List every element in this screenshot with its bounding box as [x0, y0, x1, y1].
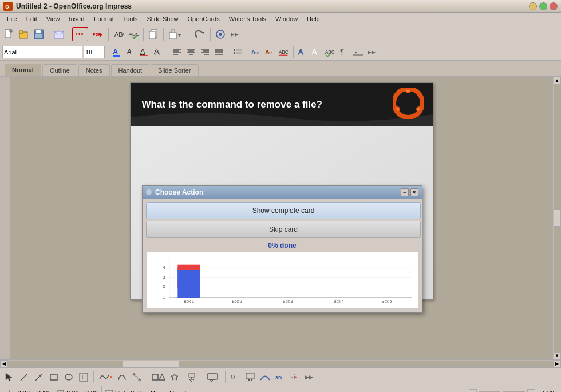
freehand-tool[interactable] [97, 370, 114, 384]
dialog-icon [146, 189, 152, 195]
char-a-outlined-button[interactable]: A [297, 46, 309, 58]
spellcheck-auto-button[interactable]: ABC [127, 27, 140, 41]
undo-button[interactable] [190, 27, 207, 41]
pdf-export-button[interactable]: PDF [72, 27, 88, 41]
dialog-title-text: Choose Action [155, 188, 203, 196]
app-icon: O [3, 2, 13, 11]
flowchart-tool[interactable] [187, 370, 204, 384]
navigator-button[interactable] [214, 27, 227, 41]
gallery-tool[interactable] [243, 370, 257, 384]
zoom-in-button[interactable]: + [527, 389, 535, 392]
menu-edit[interactable]: Edit [22, 14, 42, 23]
menu-view[interactable]: View [42, 14, 65, 23]
scroll-down-button[interactable]: ▼ [554, 352, 561, 359]
close-button[interactable] [550, 2, 558, 10]
font-size-input[interactable] [84, 46, 104, 58]
text-tool[interactable]: T [77, 370, 90, 384]
connector-tool[interactable] [130, 370, 144, 384]
zoom-out-button[interactable]: – [469, 389, 477, 392]
abc-underline-button[interactable]: ABC [278, 46, 290, 58]
svg-rect-7 [35, 34, 42, 38]
bezier-tool[interactable] [115, 370, 129, 384]
pdf-direct-button[interactable]: PDF [89, 27, 105, 41]
ellipse-tool[interactable] [62, 370, 76, 384]
menu-file[interactable]: File [2, 14, 22, 23]
svg-rect-114 [248, 379, 250, 381]
show-complete-button[interactable]: Show complete card [146, 202, 421, 219]
menu-insert[interactable]: Insert [64, 14, 89, 23]
menu-slideshow[interactable]: Slide Show [142, 14, 183, 23]
abc-check-button[interactable]: ABC [324, 46, 337, 58]
fmt-separator-5 [293, 46, 294, 58]
svg-text:A: A [154, 47, 159, 56]
char-format-button[interactable]: Abc [250, 46, 263, 58]
callout-tool[interactable] [205, 370, 222, 384]
dialog-close-button[interactable]: ✕ [410, 188, 418, 196]
h-scroll-thumb[interactable] [123, 361, 180, 367]
font-selector[interactable] [2, 46, 82, 58]
svg-rect-86 [177, 270, 200, 298]
draw-toolbar-overflow[interactable]: ▶▶ [305, 374, 313, 380]
char-format-b-button[interactable]: Abc [264, 46, 276, 58]
align-center-button[interactable] [185, 46, 197, 58]
tab-format-button[interactable] [351, 46, 364, 58]
tab-notes[interactable]: Notes [78, 64, 110, 76]
font-underline-button[interactable]: A [139, 46, 151, 58]
list-button[interactable] [231, 46, 244, 58]
menu-help[interactable]: Help [302, 14, 325, 23]
copy-button[interactable] [147, 27, 160, 41]
align-right-button[interactable] [199, 46, 211, 58]
horizontal-scrollbar[interactable]: ◀ ▶ [0, 359, 561, 367]
3d-tool[interactable]: 3D [273, 370, 287, 384]
email-button[interactable] [52, 27, 66, 41]
zoom-controls[interactable]: – + [465, 386, 539, 392]
shapes-tool[interactable] [150, 370, 167, 384]
open-button[interactable] [17, 27, 31, 41]
rectangle-tool[interactable] [47, 370, 61, 384]
menu-window[interactable]: Window [271, 14, 302, 23]
skip-card-button[interactable]: Skip card [146, 221, 421, 238]
scroll-up-button[interactable]: ▲ [554, 77, 561, 84]
line-tool[interactable] [17, 370, 31, 384]
menu-writerstools[interactable]: Writer's Tools [224, 14, 271, 23]
ubuntu-logo [393, 88, 424, 119]
scroll-left-button[interactable]: ◀ [0, 360, 8, 368]
menu-opencards[interactable]: OpenCards [183, 14, 224, 23]
char-a-shadow2-button[interactable]: AA [310, 46, 323, 58]
select-tool[interactable] [2, 370, 16, 384]
scroll-thumb[interactable] [554, 209, 561, 227]
save-button[interactable] [32, 27, 46, 41]
svg-rect-6 [36, 30, 41, 33]
spellcheck-button[interactable]: ABC~~~ [112, 27, 125, 41]
menu-format[interactable]: Format [89, 14, 118, 23]
separator-4 [143, 28, 144, 41]
dialog-minimize-button[interactable]: – [401, 188, 409, 196]
font-color-a-button[interactable]: A [111, 46, 124, 58]
align-left-button[interactable] [171, 46, 184, 58]
tab-normal[interactable]: Normal [5, 64, 41, 76]
justify-button[interactable] [212, 46, 225, 58]
maximize-button[interactable] [539, 2, 547, 10]
zoom-level: 51% [539, 386, 559, 392]
minimize-button[interactable] [529, 2, 537, 10]
paragraph-format-button[interactable]: ¶ [338, 46, 350, 58]
paste-button[interactable] [167, 27, 184, 41]
scroll-right-button[interactable]: ▶ [553, 360, 561, 368]
fmt-toolbar-overflow[interactable]: ▶▶ [368, 49, 376, 55]
arrow-tool[interactable] [32, 370, 46, 384]
tab-slide-sorter[interactable]: Slide Sorter [151, 64, 198, 76]
menu-tools[interactable]: Tools [118, 14, 143, 23]
font-italic-a-button[interactable]: A [125, 46, 137, 58]
svg-text:Box 1: Box 1 [184, 300, 194, 304]
svg-rect-15 [149, 31, 155, 39]
font-shadow-button[interactable]: AA [152, 46, 165, 58]
fontwork-tool[interactable] [258, 370, 272, 384]
new-button[interactable] [2, 27, 16, 41]
tab-outline[interactable]: Outline [42, 64, 77, 76]
star-tool[interactable] [168, 370, 185, 384]
toolbar-overflow[interactable]: ▶▶ [231, 31, 239, 37]
tab-handout[interactable]: Handout [111, 64, 150, 76]
special-chars-tool[interactable]: Ω [228, 370, 242, 384]
snap-tool[interactable] [288, 370, 302, 384]
vertical-scrollbar[interactable]: ▲ ▼ [552, 77, 561, 359]
